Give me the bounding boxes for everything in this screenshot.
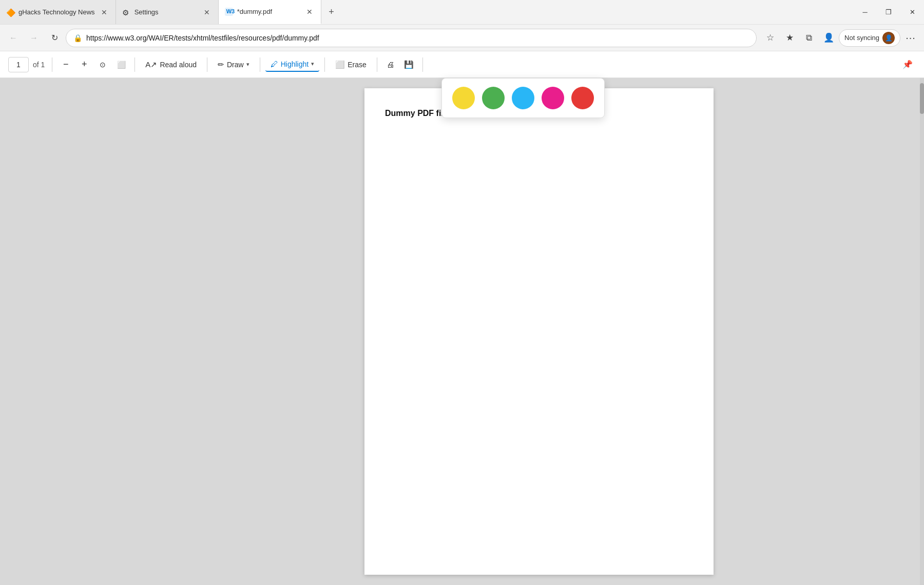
- erase-label: Erase: [348, 61, 367, 69]
- color-yellow[interactable]: [452, 87, 475, 109]
- print-button[interactable]: 🖨: [382, 56, 399, 73]
- toolbar-separator-3: [207, 57, 207, 72]
- pdf-page: Dummy PDF file: [364, 88, 714, 575]
- toolbar-separator-4: [260, 57, 260, 72]
- pdf-sidebar-right: [903, 78, 924, 585]
- highlight-icon: 🖊: [271, 60, 278, 68]
- new-tab-button[interactable]: +: [321, 0, 342, 24]
- more-options-button[interactable]: ···: [901, 29, 920, 47]
- scrollbar-track[interactable]: [920, 78, 924, 585]
- highlight-button[interactable]: 🖊 Highlight ▾: [265, 57, 319, 72]
- url-bar[interactable]: 🔒 https://www.w3.org/WAI/ER/tests/xhtml/…: [66, 29, 757, 47]
- pdf-tab-close[interactable]: ✕: [304, 7, 315, 17]
- ghacks-tab-close[interactable]: ✕: [99, 7, 109, 17]
- reading-list-icon[interactable]: ★: [780, 29, 799, 47]
- settings-tab-title: Settings: [134, 8, 198, 16]
- ghacks-tab-title: gHacks Technology News: [18, 8, 95, 16]
- address-bar: ← → ↻ 🔒 https://www.w3.org/WAI/ER/tests/…: [0, 25, 924, 51]
- settings-tab-icon: ⚙: [122, 8, 130, 16]
- url-text: https://www.w3.org/WAI/ER/tests/xhtml/te…: [86, 34, 749, 42]
- read-aloud-label: Read aloud: [160, 61, 197, 69]
- read-aloud-icon: A↗: [145, 60, 157, 69]
- not-syncing-button[interactable]: Not syncing 👤: [839, 29, 900, 47]
- window-controls: ─ ❐ ✕: [853, 0, 924, 24]
- collections-icon[interactable]: ⧉: [800, 29, 818, 47]
- zoom-out-button[interactable]: −: [57, 56, 74, 73]
- refresh-button[interactable]: ↻: [45, 29, 64, 47]
- minimize-button[interactable]: ─: [853, 0, 877, 25]
- tab-pdf[interactable]: W3 *dummy.pdf ✕: [219, 0, 321, 24]
- tab-ghacks[interactable]: 🔶 gHacks Technology News ✕: [0, 0, 116, 24]
- restore-button[interactable]: ❐: [877, 0, 900, 25]
- pdf-toolbar: of 1 − + ⊙ ⬜ A↗ Read aloud ✏ Draw ▾ 🖊 Hi…: [0, 51, 924, 78]
- not-syncing-label: Not syncing: [844, 34, 879, 42]
- settings-tab-close[interactable]: ✕: [202, 7, 212, 17]
- toolbar-separator-1: [52, 57, 52, 72]
- lock-icon: 🔒: [73, 34, 82, 42]
- avatar: 👤: [882, 32, 895, 44]
- share-icon[interactable]: 👤: [819, 29, 838, 47]
- draw-label: Draw: [227, 61, 244, 69]
- highlight-label: Highlight: [281, 60, 309, 68]
- save-button[interactable]: 💾: [401, 56, 417, 73]
- tab-settings[interactable]: ⚙ Settings ✕: [116, 0, 219, 24]
- scrollbar-thumb[interactable]: [920, 83, 924, 114]
- close-button[interactable]: ✕: [900, 0, 924, 25]
- pin-button[interactable]: 📌: [899, 56, 916, 73]
- browser-toolbar: ☆ ★ ⧉ 👤 Not syncing 👤 ···: [761, 29, 920, 47]
- erase-button[interactable]: ⬜ Erase: [330, 57, 372, 72]
- back-button[interactable]: ←: [4, 29, 23, 47]
- zoom-in-button[interactable]: +: [76, 56, 92, 73]
- draw-chevron-icon: ▾: [246, 61, 249, 68]
- favorites-star-icon[interactable]: ☆: [761, 29, 779, 47]
- main-content: Dummy PDF file: [0, 78, 924, 585]
- draw-button[interactable]: ✏ Draw ▾: [213, 57, 255, 72]
- page-fit-button[interactable]: ⬜: [113, 56, 129, 73]
- ghacks-tab-icon: 🔶: [6, 8, 14, 16]
- fit-page-button[interactable]: ⊙: [94, 56, 111, 73]
- toolbar-separator-5: [324, 57, 325, 72]
- page-number-input[interactable]: [8, 57, 29, 72]
- pdf-page-title: Dummy PDF file: [385, 109, 448, 118]
- pdf-tab-title: *dummy.pdf: [237, 8, 300, 15]
- color-red[interactable]: [571, 87, 594, 109]
- toolbar-separator-2: [134, 57, 135, 72]
- read-aloud-button[interactable]: A↗ Read aloud: [140, 57, 202, 72]
- page-total: of 1: [33, 61, 45, 69]
- pdf-page-container[interactable]: Dummy PDF file: [175, 78, 903, 585]
- highlight-color-picker: [441, 78, 605, 118]
- color-cyan[interactable]: [512, 87, 534, 109]
- pdf-sidebar-left: [0, 78, 175, 585]
- highlight-chevron-icon: ▾: [311, 61, 314, 67]
- erase-icon: ⬜: [335, 60, 345, 69]
- forward-button[interactable]: →: [25, 29, 43, 47]
- draw-icon: ✏: [218, 60, 224, 69]
- title-bar: 🔶 gHacks Technology News ✕ ⚙ Settings ✕ …: [0, 0, 924, 25]
- pdf-tab-icon: W3: [225, 8, 233, 16]
- color-pink[interactable]: [542, 87, 564, 109]
- color-green[interactable]: [482, 87, 505, 109]
- toolbar-separator-6: [377, 57, 377, 72]
- toolbar-separator-7: [422, 57, 423, 72]
